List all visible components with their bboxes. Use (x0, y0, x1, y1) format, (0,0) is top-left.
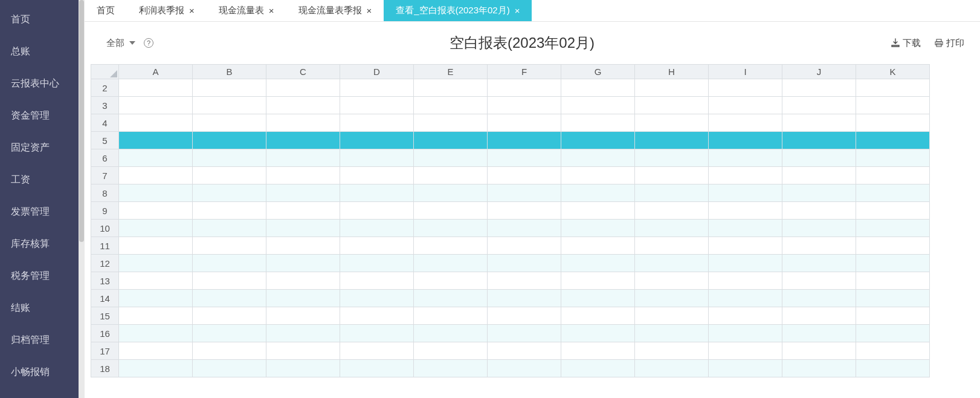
cell[interactable] (561, 132, 635, 149)
print-button[interactable]: 打印 (934, 38, 964, 49)
close-icon[interactable]: × (367, 6, 372, 15)
cell[interactable] (266, 184, 340, 202)
cell[interactable] (414, 167, 488, 184)
row-header[interactable]: 4 (91, 114, 119, 132)
sidebar-item[interactable]: 发票管理 (0, 196, 79, 228)
cell[interactable] (414, 325, 488, 342)
cell[interactable] (193, 220, 266, 237)
cell[interactable] (782, 167, 856, 184)
cell[interactable] (561, 114, 635, 132)
cell[interactable] (340, 149, 414, 167)
cell[interactable] (635, 114, 709, 132)
cell[interactable] (119, 272, 193, 290)
sidebar-item[interactable]: 云报表中心 (0, 68, 79, 100)
cell[interactable] (709, 255, 782, 272)
row-header[interactable]: 15 (91, 307, 119, 325)
cell[interactable] (709, 325, 782, 342)
sidebar-item[interactable]: 资金管理 (0, 100, 79, 132)
cell[interactable] (709, 132, 782, 149)
cell[interactable] (414, 237, 488, 255)
cell[interactable] (782, 237, 856, 255)
cell[interactable] (340, 290, 414, 307)
cell[interactable] (414, 272, 488, 290)
cell[interactable] (119, 202, 193, 220)
row-header[interactable]: 18 (91, 360, 119, 377)
filter-dropdown[interactable]: 全部 ? (106, 38, 153, 49)
cell[interactable] (709, 272, 782, 290)
cell[interactable] (119, 237, 193, 255)
cell[interactable] (782, 272, 856, 290)
cell[interactable] (340, 255, 414, 272)
cell[interactable] (266, 114, 340, 132)
cell[interactable] (266, 272, 340, 290)
sidebar-item[interactable]: 固定资产 (0, 132, 79, 164)
cell[interactable] (488, 97, 561, 114)
cell[interactable] (856, 202, 930, 220)
cell[interactable] (340, 325, 414, 342)
cell[interactable] (488, 202, 561, 220)
cell[interactable] (856, 114, 930, 132)
close-icon[interactable]: × (269, 6, 274, 15)
cell[interactable] (561, 149, 635, 167)
cell[interactable] (635, 184, 709, 202)
cell[interactable] (709, 290, 782, 307)
cell[interactable] (635, 202, 709, 220)
cell[interactable] (340, 114, 414, 132)
cell[interactable] (561, 360, 635, 377)
row-header[interactable]: 8 (91, 184, 119, 202)
cell[interactable] (266, 290, 340, 307)
cell[interactable] (193, 97, 266, 114)
sidebar-scroll-thumb[interactable] (79, 0, 84, 242)
cell[interactable] (561, 272, 635, 290)
cell[interactable] (856, 167, 930, 184)
cell[interactable] (856, 220, 930, 237)
row-header[interactable]: 5 (91, 132, 119, 149)
row-header[interactable]: 13 (91, 272, 119, 290)
cell[interactable] (856, 132, 930, 149)
tab[interactable]: 利润表季报× (127, 0, 207, 21)
cell[interactable] (561, 202, 635, 220)
cell[interactable] (414, 132, 488, 149)
cell[interactable] (856, 255, 930, 272)
cell[interactable] (488, 255, 561, 272)
column-header[interactable]: G (561, 65, 635, 79)
cell[interactable] (193, 202, 266, 220)
cell[interactable] (488, 79, 561, 97)
cell[interactable] (635, 325, 709, 342)
cell[interactable] (635, 237, 709, 255)
cell[interactable] (414, 79, 488, 97)
sidebar-item[interactable]: 首页 (0, 4, 79, 36)
cell[interactable] (193, 325, 266, 342)
cell[interactable] (266, 132, 340, 149)
cell[interactable] (119, 79, 193, 97)
cell[interactable] (266, 97, 340, 114)
row-header[interactable]: 10 (91, 220, 119, 237)
cell[interactable] (488, 360, 561, 377)
cell[interactable] (488, 132, 561, 149)
cell[interactable] (782, 132, 856, 149)
cell[interactable] (193, 307, 266, 325)
cell[interactable] (266, 79, 340, 97)
cell[interactable] (266, 342, 340, 360)
sidebar-item[interactable]: 小畅报销 (0, 356, 79, 388)
cell[interactable] (193, 360, 266, 377)
cell[interactable] (782, 79, 856, 97)
cell[interactable] (635, 290, 709, 307)
cell[interactable] (414, 149, 488, 167)
cell[interactable] (488, 237, 561, 255)
cell[interactable] (340, 220, 414, 237)
cell[interactable] (340, 97, 414, 114)
cell[interactable] (561, 97, 635, 114)
cell[interactable] (709, 114, 782, 132)
cell[interactable] (119, 220, 193, 237)
cell[interactable] (561, 325, 635, 342)
cell[interactable] (266, 149, 340, 167)
cell[interactable] (635, 149, 709, 167)
cell[interactable] (782, 202, 856, 220)
sidebar-item[interactable]: 税务管理 (0, 260, 79, 292)
cell[interactable] (856, 360, 930, 377)
column-header[interactable]: B (193, 65, 266, 79)
cell[interactable] (488, 272, 561, 290)
cell[interactable] (193, 79, 266, 97)
tab[interactable]: 现金流量表× (207, 0, 286, 21)
